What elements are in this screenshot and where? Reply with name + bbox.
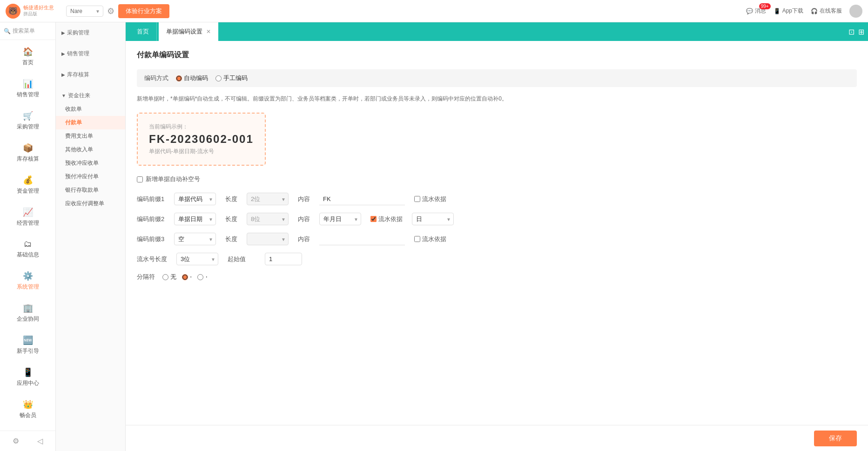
content-select-2[interactable]: 年月日 [319,213,361,225]
tab-close-icon[interactable]: ✕ [206,28,211,35]
sidebar-item-finance[interactable]: 💰 资金管理 [2,169,54,201]
manual-encode-radio[interactable] [215,75,222,81]
user-avatar[interactable] [849,5,862,18]
sub-group-title-funds[interactable]: ▼ 资金往来 [56,89,125,102]
chevron-right-icon-3: ▶ [61,72,65,77]
auto-fill-checkbox[interactable] [137,176,143,182]
length-select-3[interactable] [247,233,289,245]
trial-button[interactable]: 体验行业方案 [118,4,169,18]
app-download-button[interactable]: 📱 App下载 [774,7,803,15]
code-preview-desc: 单据代码-单据日期-流水号 [149,148,254,155]
sidebar-item-member[interactable]: 👑 畅会员 [2,394,54,425]
sidebar-item-enterprise[interactable]: 🏢 企业协同 [2,297,54,329]
sep-none-option[interactable]: 无 [162,273,176,281]
sub-group-title-sales[interactable]: ▶ 销售管理 [56,47,125,61]
prefix-select-1[interactable]: 单据代码 [174,193,216,205]
manual-encode-option[interactable]: 手工编码 [215,74,248,82]
stream-check-3[interactable] [414,236,420,242]
tab-active[interactable]: 单据编码设置 ✕ [159,22,218,41]
sub-item-prepay-receive[interactable]: 预收冲应收单 [56,156,125,170]
sub-item-receipt[interactable]: 收款单 [56,102,125,116]
sep-none-radio[interactable] [162,274,168,280]
serial-length-label: 流水号长度 [137,255,167,263]
collapse-icon[interactable]: ◁ [37,437,43,445]
tab-home[interactable]: 首页 [129,22,157,41]
save-button[interactable]: 保存 [814,431,857,446]
sidebar-item-guide[interactable]: 🆕 新手引导 [2,330,54,361]
sub-item-other-income[interactable]: 其他收入单 [56,143,125,156]
encoding-radio-group: 自动编码 手工编码 [176,74,248,82]
sidebar-item-base[interactable]: 🗂 基础信息 [2,234,54,264]
base-icon: 🗂 [24,239,32,249]
auto-encode-radio[interactable] [176,75,182,81]
home-icon: 🏠 [23,47,33,57]
sidebar: 🔍 搜索菜单 🏠 首页 📊 销售管理 🛒 采购管理 📦 库存核算 💰 [0,22,56,451]
sub-group-funds: ▼ 资金往来 收款单 付款单 费用支出单 其他收入单 预收冲应收单 预付冲应付单… [56,85,125,214]
stream-check-2[interactable] [370,216,377,222]
member-icon: 👑 [23,399,33,410]
serial-row: 流水号长度 3位 起始值 [137,253,857,265]
content-area: 付款单编码设置 编码方式 自动编码 手工编码 新增单据时，*单据编码* [126,41,868,425]
serial-length-select[interactable]: 3位 [176,253,218,265]
settings-icon[interactable]: ⚙ [13,437,19,445]
sidebar-item-apps[interactable]: 📱 应用中心 [2,362,54,393]
content-input-1 [319,193,405,205]
maximize-icon[interactable]: ⊞ [858,27,864,36]
prefix-select-3[interactable]: 空 [174,233,216,245]
sep-dot2-option[interactable]: · [197,273,207,281]
sidebar-item-sales[interactable]: 📊 销售管理 [2,73,54,104]
sep-dot-option[interactable]: · [182,273,192,281]
search-icon: 🔍 [4,28,11,34]
app-icon: 📱 [774,8,781,14]
separator-label: 分隔符 [137,273,155,281]
sub-sidebar: ▶ 采购管理 ▶ 销售管理 ▶ 库存核算 ▼ 资金往来 收款单 付款单 费用支出… [56,22,126,451]
stream-unit-select-2[interactable]: 日 [412,213,454,225]
prefix-select-wrapper-1: 单据代码 [174,193,216,205]
chevron-right-icon-2: ▶ [61,51,65,56]
sub-item-prepay-pay[interactable]: 预付冲应付单 [56,170,125,183]
sub-group-title-inventory[interactable]: ▶ 库存核算 [56,68,125,81]
sidebar-item-operations[interactable]: 📈 经营管理 [2,202,54,233]
top-bar-right: 💬 消息 99+ 📱 App下载 🎧 在线客服 [746,5,862,18]
tip-text: 新增单据时，*单据编码*自动生成，不可编辑。前缀设置为部门、业务员等档案类，开单… [137,94,857,103]
apps-icon: 📱 [23,367,33,377]
code-preview-title: 当前编码示例： [149,123,254,131]
message-button[interactable]: 💬 消息 99+ [746,7,766,15]
sub-group-title-purchase[interactable]: ▶ 采购管理 [56,26,125,40]
top-bar-dropdown[interactable]: Nare ▼ [66,6,103,17]
sep-radio-group: 无 · · [162,273,208,281]
minimize-icon[interactable]: ⊡ [848,27,855,36]
operations-icon: 📈 [23,207,33,217]
length-label-1: 长度 [225,195,237,203]
length-label-2: 长度 [225,215,237,223]
sub-item-bank-deposit[interactable]: 银行存取款单 [56,183,125,197]
length-select-wrapper-2: 8位 [247,213,289,225]
sep-dot2-radio[interactable] [197,274,203,280]
stream-check-1[interactable] [414,196,420,202]
prefix-select-wrapper-2: 单据日期 [174,213,216,225]
logo-sub: 拼品版 [23,11,54,17]
message-badge: 99+ [759,3,771,9]
sidebar-item-inventory[interactable]: 📦 库存核算 [2,137,54,168]
sidebar-item-home[interactable]: 🏠 首页 [2,41,54,72]
online-service-button[interactable]: 🎧 在线客服 [811,7,842,15]
sidebar-item-system[interactable]: ⚙️ 系统管理 [2,265,54,296]
start-value-input[interactable] [265,253,302,265]
sep-dot-radio[interactable] [182,274,188,280]
sidebar-bottom: ⚙ ◁ [0,431,55,451]
length-select-wrapper-3 [247,233,289,245]
content-label-2: 内容 [298,215,310,223]
sidebar-item-purchase[interactable]: 🛒 采购管理 [2,105,54,136]
separator-row: 分隔符 无 · · [137,273,857,281]
system-icon: ⚙️ [23,271,33,281]
gear-icon[interactable]: ⚙ [107,6,114,16]
sub-item-expense[interactable]: 费用支出单 [56,129,125,143]
prefix-select-2[interactable]: 单据日期 [174,213,216,225]
length-select-2[interactable]: 8位 [247,213,289,225]
length-select-1[interactable]: 2位 [247,193,289,205]
sub-item-payment[interactable]: 付款单 [56,116,125,129]
sub-item-ar-ap-adj[interactable]: 应收应付调整单 [56,197,125,210]
sidebar-search[interactable]: 🔍 搜索菜单 [0,22,55,40]
auto-encode-option[interactable]: 自动编码 [176,74,208,82]
prefix-row-1: 编码前缀1 单据代码 长度 2位 内容 流水依据 [137,193,857,205]
